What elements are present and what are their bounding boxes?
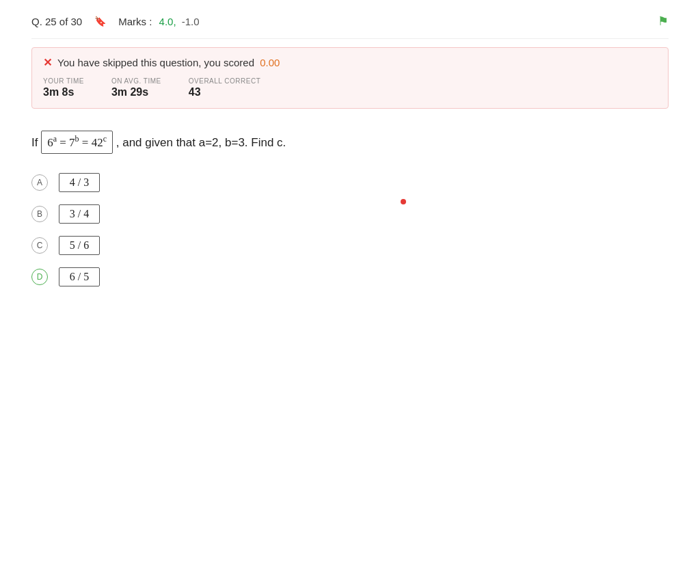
math-expression: 6a = 7b = 42c — [41, 131, 113, 154]
overall-correct-value: 43 — [189, 86, 260, 98]
option-label-c: C — [31, 237, 48, 254]
page-container: Q. 25 of 30 🔖 Marks : 4.0, -1.0 ⚑ ✕ You … — [15, 0, 685, 300]
bookmark-icon[interactable]: 🔖 — [94, 16, 106, 27]
option-value-b: 3 / 4 — [59, 204, 100, 224]
option-value-c: 5 / 6 — [59, 236, 100, 255]
alert-box: ✕ You have skipped this question, you sc… — [31, 47, 669, 109]
avg-time-stat: ON AVG. TIME 3m 29s — [111, 77, 161, 98]
overall-correct-label: OVERALL CORRECT — [189, 77, 260, 85]
option-label-a: A — [31, 174, 48, 191]
overall-correct-stat: OVERALL CORRECT 43 — [189, 77, 260, 98]
options-list: A 4 / 3 B 3 / 4 C 5 / 6 D 6 / 5 — [31, 173, 669, 286]
stats-row: YOUR TIME 3m 8s ON AVG. TIME 3m 29s OVER… — [43, 77, 657, 98]
option-row-d[interactable]: D 6 / 5 — [31, 267, 669, 286]
flag-icon[interactable]: ⚑ — [658, 14, 669, 29]
question-text-suffix: , and given that a=2, b=3. Find c. — [116, 136, 286, 149]
alert-title: ✕ You have skipped this question, you sc… — [43, 56, 657, 69]
x-icon: ✕ — [43, 56, 52, 69]
marks-label: Marks : 4.0, -1.0 — [118, 16, 199, 27]
score-value: 0.00 — [260, 57, 280, 68]
option-row-a[interactable]: A 4 / 3 — [31, 173, 669, 192]
your-time-value: 3m 8s — [43, 86, 84, 98]
option-value-d: 6 / 5 — [59, 267, 100, 286]
marks-positive: 4.0, — [159, 16, 176, 27]
red-dot — [401, 199, 406, 204]
marks-negative: -1.0 — [182, 16, 200, 27]
option-row-c[interactable]: C 5 / 6 — [31, 236, 669, 255]
question-header: Q. 25 of 30 🔖 Marks : 4.0, -1.0 ⚑ — [31, 14, 669, 39]
question-meta: Q. 25 of 30 🔖 Marks : 4.0, -1.0 — [31, 16, 200, 27]
question-text-prefix: If — [31, 136, 41, 149]
avg-time-value: 3m 29s — [111, 86, 161, 98]
your-time-label: YOUR TIME — [43, 77, 84, 85]
option-label-b: B — [31, 206, 48, 222]
question-body: If 6a = 7b = 42c , and given that a=2, b… — [31, 131, 669, 154]
option-row-b[interactable]: B 3 / 4 — [31, 204, 669, 224]
option-label-d: D — [31, 269, 48, 285]
avg-time-label: ON AVG. TIME — [111, 77, 161, 85]
question-number: Q. 25 of 30 — [31, 16, 82, 27]
your-time-stat: YOUR TIME 3m 8s — [43, 77, 84, 98]
alert-message: You have skipped this question, you scor… — [57, 57, 280, 68]
option-value-a: 4 / 3 — [59, 173, 100, 192]
